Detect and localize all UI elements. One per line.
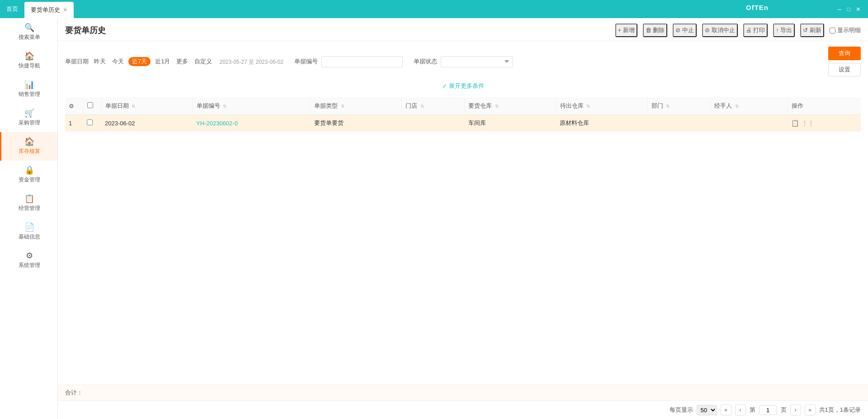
display-detail-toggle[interactable]: 显示明细: [830, 26, 861, 34]
sidebar-item-operation-mgmt[interactable]: 📋 经营管理: [0, 189, 57, 218]
th-doc-date[interactable]: 单据日期 ⇅: [101, 97, 193, 115]
footer-total-label: 合计：: [65, 389, 83, 396]
doc-number-link[interactable]: YH-20230602-0: [196, 120, 238, 127]
sidebar-item-quick-nav[interactable]: 🏠 快捷导航: [0, 47, 57, 75]
date-yesterday[interactable]: 昨天: [92, 57, 108, 66]
cell-doc-type: 要货单要货: [311, 115, 402, 132]
stop-button[interactable]: ⊘ 中止: [673, 24, 697, 37]
sidebar-item-system-mgmt[interactable]: ⚙ 系统管理: [0, 246, 57, 275]
tab-home[interactable]: 首页: [0, 0, 24, 18]
tab-close-icon[interactable]: ✕: [63, 7, 67, 13]
date-custom[interactable]: 自定义: [193, 57, 214, 66]
sidebar-item-inventory-calc[interactable]: 🏠 库存核算: [0, 132, 57, 161]
sales-mgmt-icon: 📊: [24, 81, 34, 89]
cancel-stop-button[interactable]: ⊘ 取消中止: [702, 24, 738, 37]
cell-department: [647, 115, 710, 132]
refresh-button[interactable]: ↺ 刷新: [800, 24, 824, 37]
sidebar: 🔍 搜索菜单 🏠 快捷导航 📊 销售管理 🛒 采购管理 🏠 库存核算 🔒 资金管…: [0, 18, 58, 419]
delete-button[interactable]: 🗑 删除: [643, 24, 668, 37]
close-window-icon[interactable]: ✕: [856, 6, 861, 13]
cell-pending-warehouse: 原材料仓库: [556, 115, 647, 132]
th-pending-warehouse[interactable]: 待出仓库 ⇅: [556, 97, 647, 115]
filter-settings-button[interactable]: 设置: [828, 63, 861, 76]
th-department[interactable]: 部门 ⇅: [647, 97, 710, 115]
th-req-warehouse[interactable]: 要货仓库 ⇅: [465, 97, 556, 115]
cell-doc-number: YH-20230602-0: [193, 115, 311, 132]
expand-more-button[interactable]: ✓ 展开更多条件: [442, 82, 484, 90]
th-checkbox: [83, 97, 101, 115]
new-button[interactable]: + 新增: [615, 24, 637, 37]
sidebar-item-label: 采购管理: [19, 119, 40, 127]
th-doc-number[interactable]: 单据编号 ⇅: [193, 97, 311, 115]
print-button[interactable]: 🖨 打印: [743, 24, 768, 37]
filter-row-1: 单据日期 昨天 今天 近7天 近1月 更多 自定义 2023-05-27 至 2…: [65, 47, 861, 76]
toolbar: + 新增 🗑 删除 ⊘ 中止 ⊘ 取消中止 🖨 打印 ↑ 导出 ↺ 刷新 显示明…: [615, 24, 861, 37]
page-header: 要货单历史 + 新增 🗑 删除 ⊘ 中止 ⊘ 取消中止 🖨 打印 ↑ 导出 ↺ …: [58, 18, 868, 41]
sidebar-item-label: 资金管理: [19, 176, 40, 184]
quick-nav-icon: 🏠: [24, 52, 34, 60]
row-checkbox[interactable]: [87, 119, 93, 125]
select-all-checkbox[interactable]: [87, 102, 93, 108]
doc-number-filter-group: 单据编号: [294, 56, 403, 67]
cell-doc-date: 2023-06-02: [101, 115, 193, 132]
sort-doc-date-icon: ⇅: [132, 104, 135, 109]
th-settings[interactable]: ⚙: [65, 97, 83, 115]
first-page-button[interactable]: «: [721, 405, 731, 415]
brand-logo: OfTEn: [746, 4, 769, 11]
th-handler[interactable]: 经手人 ⇅: [710, 97, 788, 115]
sort-doc-number-icon: ⇅: [223, 104, 226, 109]
data-table: ⚙ 单据日期 ⇅ 单据编号 ⇅ 单据类型: [65, 97, 861, 132]
date-last7days[interactable]: 近7天: [128, 57, 151, 66]
display-detail-label: 显示明细: [837, 26, 861, 34]
sidebar-item-sales-mgmt[interactable]: 📊 销售管理: [0, 75, 57, 104]
edit-row-icon[interactable]: 📋: [791, 119, 799, 127]
sidebar-item-label: 系统管理: [19, 262, 40, 269]
cell-handler: [710, 115, 788, 132]
sort-store-icon: ⇅: [420, 104, 424, 109]
export-button[interactable]: ↑ 导出: [773, 24, 795, 37]
last-page-button[interactable]: »: [805, 405, 816, 415]
next-page-button[interactable]: ›: [790, 405, 801, 415]
query-button[interactable]: 查询: [828, 47, 861, 60]
date-last-month[interactable]: 近1月: [153, 57, 172, 66]
sidebar-item-label: 快捷导航: [19, 62, 40, 70]
tab-requisition-history[interactable]: 要货单历史 ✕: [24, 2, 74, 18]
date-shortcuts: 昨天 今天 近7天 近1月 更多 自定义: [92, 57, 214, 66]
minimize-icon[interactable]: ─: [837, 6, 841, 13]
filter-area: 单据日期 昨天 今天 近7天 近1月 更多 自定义 2023-05-27 至 2…: [58, 41, 868, 94]
doc-status-filter-group: 单据状态: [414, 56, 513, 67]
doc-status-select[interactable]: [441, 56, 513, 67]
sidebar-item-label: 库存核算: [19, 148, 40, 155]
total-records-label: 共1页，1条记录: [819, 406, 861, 414]
sidebar-item-label: 搜索菜单: [19, 33, 40, 41]
maximize-icon[interactable]: □: [847, 6, 850, 13]
date-more[interactable]: 更多: [175, 57, 190, 66]
expand-more-icon: ✓: [442, 83, 447, 90]
cell-req-warehouse: 车间库: [465, 115, 556, 132]
page-title: 要货单历史: [65, 25, 615, 36]
doc-number-input[interactable]: [321, 56, 403, 67]
sidebar-item-basic-info[interactable]: 📄 基础信息: [0, 218, 57, 246]
sidebar-item-search-menu[interactable]: 🔍 搜索菜单: [0, 18, 57, 47]
display-detail-checkbox[interactable]: [830, 28, 835, 33]
sidebar-item-purchase-mgmt[interactable]: 🛒 采购管理: [0, 104, 57, 132]
page-number-input[interactable]: [759, 405, 777, 415]
doc-status-label: 单据状态: [414, 57, 437, 66]
finance-mgmt-icon: 🔒: [24, 166, 34, 174]
per-page-select[interactable]: 50: [697, 405, 717, 415]
date-today[interactable]: 今天: [110, 57, 126, 66]
cell-row-number: 1: [65, 115, 83, 132]
th-doc-type[interactable]: 单据类型 ⇅: [311, 97, 402, 115]
more-row-icon[interactable]: ⋮⋮: [802, 119, 814, 127]
prev-page-button[interactable]: ‹: [735, 405, 746, 415]
filter-actions: 查询 设置: [828, 47, 861, 76]
date-filter-label: 单据日期: [65, 57, 89, 66]
page-suffix: 页: [781, 406, 787, 414]
row-actions: 📋 ⋮⋮: [791, 119, 857, 127]
sidebar-item-finance-mgmt[interactable]: 🔒 资金管理: [0, 161, 57, 189]
th-store[interactable]: 门店 ⇅: [402, 97, 465, 115]
sort-pending-warehouse-icon: ⇅: [586, 104, 590, 109]
purchase-mgmt-icon: 🛒: [24, 109, 34, 117]
cell-checkbox: [83, 115, 101, 132]
table-footer: 合计：: [58, 385, 868, 400]
